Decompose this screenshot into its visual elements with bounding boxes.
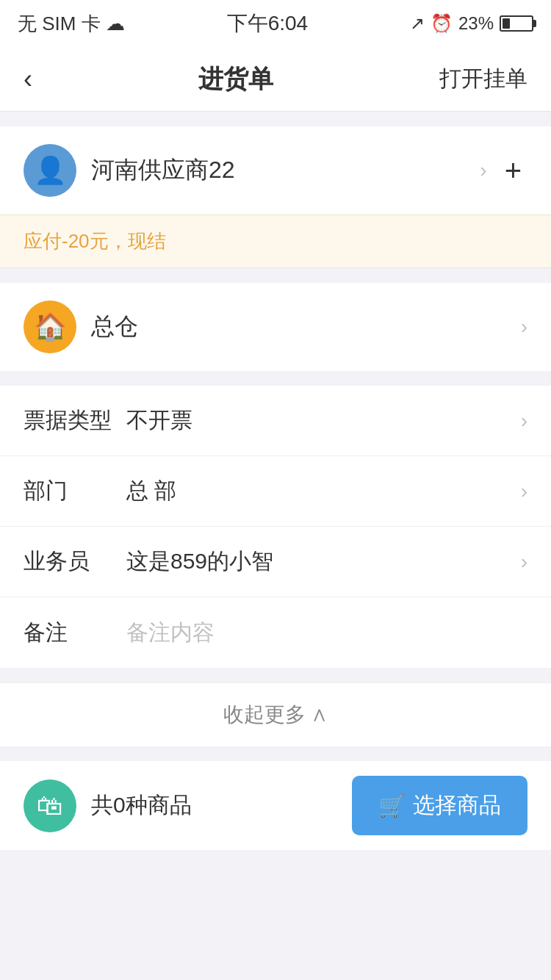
notice-bar: 应付-20元，现结 xyxy=(0,215,551,268)
warehouse-arrow-icon: › xyxy=(521,315,527,339)
page-fill xyxy=(0,850,551,980)
form-section: 票据类型 不开票 › 部门 总 部 › 业务员 这是859的小智 › 备注 备注… xyxy=(0,386,551,668)
back-button[interactable]: ‹ xyxy=(24,64,32,95)
salesperson-arrow-icon: › xyxy=(521,550,527,574)
supplier-avatar: 👤 xyxy=(24,144,76,197)
supplier-section: 👤 河南供应商22 › + 应付-20元，现结 xyxy=(0,126,551,268)
invoice-type-row[interactable]: 票据类型 不开票 › xyxy=(0,386,551,456)
remark-label: 备注 xyxy=(24,618,126,648)
status-location-icon: ↗ xyxy=(410,13,425,34)
nav-bar: ‹ 进货单 打开挂单 xyxy=(0,47,551,112)
avatar-person-icon: 👤 xyxy=(34,155,67,186)
status-bar: 无 SIM 卡 ☁ 下午6:04 ↗ ⏰ 23% xyxy=(0,0,551,47)
status-signal: 无 SIM 卡 ☁ xyxy=(18,11,125,37)
warehouse-icon-wrap: 🏠 xyxy=(24,300,76,353)
department-value: 总 部 xyxy=(126,476,521,506)
invoice-type-label: 票据类型 xyxy=(24,406,126,436)
status-right: ↗ ⏰ 23% xyxy=(410,13,533,34)
select-product-label: 选择商品 xyxy=(413,790,501,821)
department-arrow-icon: › xyxy=(521,480,527,503)
department-row[interactable]: 部门 总 部 › xyxy=(0,456,551,527)
invoice-type-arrow-icon: › xyxy=(521,409,527,433)
product-count: 共0种商品 xyxy=(91,790,352,821)
bottom-bar: 🛍 共0种商品 🛒 选择商品 xyxy=(0,761,551,850)
department-label: 部门 xyxy=(24,476,126,506)
remark-placeholder: 备注内容 xyxy=(126,618,527,648)
top-divider xyxy=(0,112,551,126)
product-cart-icon: 🛍 xyxy=(37,790,63,821)
supplier-arrow-icon: › xyxy=(480,159,486,182)
battery-icon xyxy=(500,15,533,32)
supplier-name: 河南供应商22 xyxy=(91,154,480,187)
select-product-cart-icon: 🛒 xyxy=(378,793,406,818)
collapse-label: 收起更多 ∧ xyxy=(223,703,328,726)
warehouse-row[interactable]: 🏠 总仓 › xyxy=(0,283,551,371)
warehouse-name: 总仓 xyxy=(91,311,521,343)
notice-text: 应付-20元，现结 xyxy=(24,230,166,252)
page-title: 进货单 xyxy=(198,62,273,96)
remark-row[interactable]: 备注 备注内容 xyxy=(0,597,551,668)
supplier-row[interactable]: 👤 河南供应商22 › + xyxy=(0,126,551,215)
add-supplier-button[interactable]: + xyxy=(499,154,527,187)
salesperson-row[interactable]: 业务员 这是859的小智 › xyxy=(0,527,551,597)
warehouse-icon: 🏠 xyxy=(34,311,67,342)
status-battery-text: 23% xyxy=(458,13,494,34)
invoice-type-value: 不开票 xyxy=(126,406,521,436)
open-pending-button[interactable]: 打开挂单 xyxy=(439,64,527,94)
select-product-button[interactable]: 🛒 选择商品 xyxy=(352,776,527,835)
salesperson-label: 业务员 xyxy=(24,547,126,577)
status-time: 下午6:04 xyxy=(227,10,309,37)
status-alarm-icon: ⏰ xyxy=(431,13,453,34)
collapse-button[interactable]: 收起更多 ∧ xyxy=(0,682,551,746)
salesperson-value: 这是859的小智 xyxy=(126,547,521,577)
product-icon-wrap: 🛍 xyxy=(24,779,76,832)
